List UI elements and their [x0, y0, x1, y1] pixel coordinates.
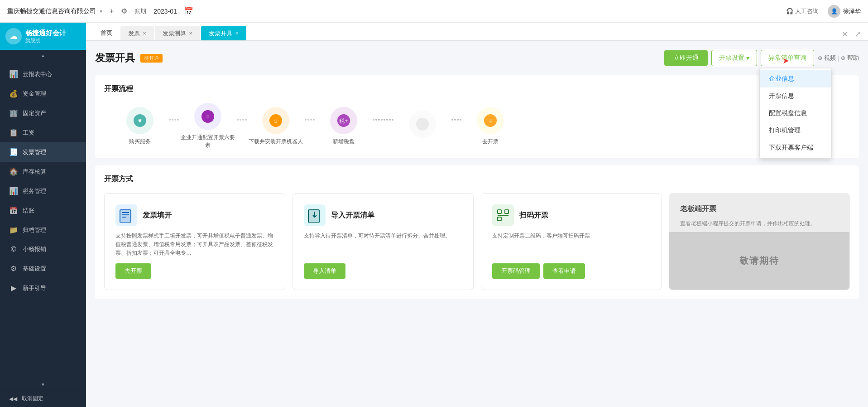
settings-dropdown: ➤ 企业信息 开票信息 配置税盘信息 — [759, 68, 832, 159]
svg-point-8 — [416, 118, 429, 131]
dropdown-item-tax-config[interactable]: 配置税盘信息 — [760, 105, 831, 122]
sidebar-item-fixed-asset[interactable]: 🏢 固定资产 — [0, 103, 86, 123]
method-card-fill-invoice: 发票填开 支持按照发票样式手工填开发票；可开具增值税电子普通发票、增值税普通发票… — [104, 193, 285, 290]
video-help-area[interactable]: ⊙ 视频 | ⊙ 帮助 — [818, 54, 859, 62]
connector-2 — [237, 119, 247, 121]
fund-mgmt-icon: 💰 — [9, 89, 18, 98]
status-badge: 待开通 — [140, 54, 163, 63]
sidebar-item-label: 取消固定 — [22, 395, 43, 402]
sidebar-item-label: 库存核算 — [23, 168, 46, 176]
boss-invoice-overlay: 敬请期待 — [669, 232, 849, 290]
qrcode-mgmt-btn[interactable]: 开票码管理 — [492, 263, 540, 279]
sidebar-item-account[interactable]: 📅 结账 — [0, 201, 86, 220]
tab-invoice[interactable]: 发票 ✕ — [120, 26, 154, 40]
header-actions: 立即开通 开票设置 ▾ 异常清单查询 ⊙ 视频 | ⊙ 帮助 — [664, 50, 859, 66]
sidebar-item-cancel-fix[interactable]: ◀◀ 取消固定 — [0, 390, 86, 407]
fixed-asset-icon: 🏢 — [9, 109, 18, 117]
tab-invoice-issue-label: 发票开具 — [209, 29, 232, 38]
sidebar-item-fund-mgmt[interactable]: 💰 资金管理 — [0, 84, 86, 103]
sidebar-item-cloud-report[interactable]: 📊 云报表中心 — [0, 64, 86, 84]
add-tax-icon: 税+ — [330, 107, 357, 134]
avatar: 👤 — [828, 5, 840, 18]
sidebar-item-xiaochange[interactable]: © 小畅报销 — [0, 240, 86, 259]
tab-home[interactable]: 首页 — [93, 26, 120, 40]
dropdown-item-label: 企业信息 — [769, 75, 794, 82]
dropdown-item-invoice-info[interactable]: 开票信息 — [760, 87, 831, 105]
logo-text: 畅捷通好会计 — [25, 29, 66, 37]
import-invoice-btn[interactable]: 导入清单 — [304, 263, 345, 279]
buy-service-label: 购买服务 — [129, 138, 151, 145]
tab-invoice-issue-close[interactable]: ✕ — [235, 31, 239, 36]
tab-invoice-test-close[interactable]: ✕ — [189, 31, 192, 36]
go-invoice-label: 去开票 — [482, 138, 499, 145]
sidebar-item-inventory[interactable]: 🏠 库存核算 — [0, 162, 86, 181]
tab-invoice-issue[interactable]: 发票开具 ✕ — [201, 26, 246, 40]
connector-4 — [373, 119, 393, 121]
svg-rect-19 — [505, 210, 508, 213]
cloud-report-icon: 📊 — [9, 70, 18, 78]
user-info[interactable]: 👤 徐泽华 — [828, 5, 861, 18]
scan-invoice-desc: 支持定制开票二维码，客户端可扫码开票 — [492, 232, 651, 258]
sidebar-scroll-up[interactable]: ▲ — [0, 50, 86, 61]
tab-invoice-test[interactable]: 发票测算 ✕ — [155, 26, 200, 40]
sidebar-item-salary[interactable]: 📋 工资 — [0, 123, 86, 142]
flow-step-enterprise-config: ≡ 企业开通配置开票六要素 — [181, 103, 235, 149]
cancel-fix-icon: ◀◀ — [9, 396, 17, 402]
flow-section: 开票流程 ♥ 购买服务 — [95, 75, 859, 158]
top-bar: 重庆畅捷交通信息咨询有限公司 ▾ + ⚙ 账期 2023-01 📅 🎧 人工咨询… — [0, 0, 868, 23]
tab-invoice-close[interactable]: ✕ — [143, 31, 146, 36]
connector-3 — [305, 119, 315, 121]
settings-button[interactable]: 开票设置 ▾ — [711, 50, 757, 66]
dropdown-item-download-client[interactable]: 下载开票客户端 — [760, 139, 831, 156]
page-content: 发票开具 待开通 立即开通 开票设置 ▾ 异常清单查询 ⊙ 视频 | — [86, 41, 868, 407]
settings-btn-label: 开票设置 — [719, 54, 744, 62]
activate-button[interactable]: 立即开通 — [664, 50, 708, 66]
svg-text:≡: ≡ — [489, 118, 492, 124]
calendar-icon[interactable]: 📅 — [184, 7, 193, 15]
invoice-mgmt-icon: 🧾 — [9, 148, 18, 156]
period-label: 账期 — [134, 7, 146, 15]
boss-invoice-title: 老板端开票 — [680, 204, 716, 214]
flow-step-download-install: ☺ 下载并安装开票机器人 — [249, 107, 303, 145]
flow-step-add-tax: 税+ 新增税盘 — [317, 107, 371, 145]
consult-label: 人工咨询 — [795, 7, 819, 15]
logo-sub: 旗舰版 — [25, 37, 66, 44]
method-section-title: 开票方式 — [104, 174, 850, 184]
video-label: ⊙ 视频 — [818, 54, 836, 62]
help-label: ⊙ 帮助 — [841, 54, 859, 62]
go-invoice-icon: ≡ — [477, 107, 504, 134]
sidebar-item-tax-mgmt[interactable]: 📊 税务管理 — [0, 181, 86, 201]
sidebar-nav: 📊 云报表中心 💰 资金管理 🏢 固定资产 📋 工资 🧾 发票管理 — [0, 61, 86, 379]
company-name: 重庆畅捷交通信息咨询有限公司 — [7, 7, 96, 15]
sidebar-item-label: 归档管理 — [23, 226, 46, 234]
sidebar-scroll-down[interactable]: ▼ — [0, 379, 86, 390]
new-guide-icon: ▶ — [9, 284, 18, 292]
connector-5 — [451, 119, 461, 121]
company-selector[interactable]: 重庆畅捷交通信息咨询有限公司 ▾ — [7, 7, 102, 15]
sidebar-item-archive[interactable]: 📁 归档管理 — [0, 220, 86, 240]
scan-invoice-btns: 开票码管理 查看申请 — [492, 263, 651, 279]
add-icon[interactable]: + — [110, 7, 114, 15]
svg-rect-11 — [120, 210, 131, 223]
sidebar-item-basic-settings[interactable]: ⚙ 基础设置 — [0, 259, 86, 278]
dropdown-item-label: 下载开票客户端 — [769, 144, 813, 151]
dropdown-item-company-info[interactable]: 企业信息 — [760, 70, 831, 87]
dropdown-item-printer-mgmt[interactable]: 打印机管理 — [760, 122, 831, 139]
sidebar-item-new-guide[interactable]: ▶ 新手引导 — [0, 278, 86, 298]
sidebar-item-label: 结账 — [23, 207, 34, 215]
window-close-icon[interactable]: ✕ — [842, 30, 848, 39]
window-maximize-icon[interactable]: ⤢ — [855, 30, 861, 39]
sidebar-item-label: 新手引导 — [23, 284, 46, 292]
consult-button[interactable]: 🎧 人工咨询 — [786, 7, 819, 15]
sidebar-item-label: 基础设置 — [23, 265, 46, 273]
sidebar-item-label: 云报表中心 — [23, 70, 52, 78]
svg-text:税+: 税+ — [339, 118, 348, 124]
connector-1 — [169, 119, 179, 121]
view-apply-btn[interactable]: 查看申请 — [543, 263, 585, 279]
svg-text:≡: ≡ — [206, 114, 209, 120]
fill-invoice-title: 发票填开 — [143, 211, 172, 220]
settings-icon[interactable]: ⚙ — [121, 7, 127, 15]
fill-invoice-btn[interactable]: 去开票 — [115, 263, 151, 279]
sidebar-item-invoice-mgmt[interactable]: 🧾 发票管理 — [0, 142, 86, 162]
dropdown-item-label: 开票信息 — [769, 92, 794, 99]
